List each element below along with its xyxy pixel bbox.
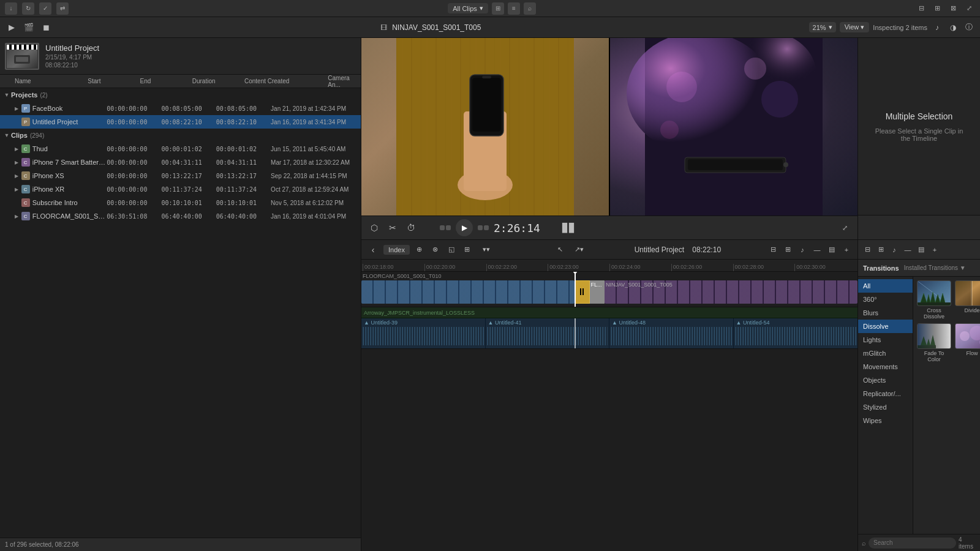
tl-r3[interactable]: ♪	[796, 244, 809, 256]
layout-icon-2[interactable]: ⊞	[931, 2, 943, 15]
cursor-icon[interactable]: ↖	[554, 244, 567, 256]
tl-r4[interactable]: —	[811, 244, 823, 256]
audio-meter-icon[interactable]: ▊▊	[562, 221, 576, 234]
category-lights[interactable]: Lights	[858, 333, 913, 347]
info-icon[interactable]: ⓘ	[963, 21, 975, 34]
list-item[interactable]: ▶ P FaceBook 00:00:00:00 00:08:05:00 00:…	[0, 102, 361, 115]
tl-r6[interactable]: +	[840, 244, 853, 256]
category-blurs[interactable]: Blurs	[858, 306, 913, 320]
video-clip[interactable]	[361, 280, 575, 304]
expand-icon[interactable]: ⤢	[963, 2, 975, 15]
category-mglitch[interactable]: mGlitch	[858, 347, 913, 360]
rp-icon-1[interactable]: ⊟	[862, 244, 873, 255]
svg-rect-27	[956, 281, 972, 306]
speaker-icon[interactable]: ♪	[931, 21, 943, 34]
file-start: 00:00:00:00	[107, 200, 161, 206]
tl-icon-4[interactable]: ⊞	[461, 244, 473, 256]
list-item[interactable]: ▶ C Thud 00:00:00:00 00:00:01:02 00:00:0…	[0, 142, 361, 156]
speed-icon[interactable]: ⏱	[404, 221, 418, 234]
project-info: Untitled Project 2/15/19, 4:17 PM 08:08:…	[45, 43, 99, 69]
projects-section-header[interactable]: ▼ Projects ( 2 )	[0, 88, 361, 102]
video-clip-grey[interactable]: FL...	[590, 280, 605, 304]
video-clip-3[interactable]: NINJAV_S001_S001_T005	[605, 280, 858, 304]
list-item[interactable]: ▶ C iPhone XR 00:00:00:00 00:11:37:24 00…	[0, 182, 361, 196]
refresh-icon[interactable]: ↻	[22, 2, 34, 15]
svg-point-16	[666, 72, 697, 102]
view-button[interactable]: View ▾	[840, 22, 870, 32]
layout-icon-3[interactable]: ⊠	[947, 2, 959, 15]
clip-icon: C	[21, 198, 30, 207]
transitions-search-input[interactable]	[869, 538, 956, 549]
fullscreen-button[interactable]: ⤢	[838, 221, 851, 234]
rp-icon-3[interactable]: ♪	[889, 244, 900, 255]
search-icon[interactable]: ⌕	[524, 2, 536, 15]
transitions-count: 4 items	[959, 536, 976, 550]
row-arrow: ▶	[15, 214, 21, 219]
clip-select-icon[interactable]: ⬡	[368, 221, 381, 234]
file-start: 00:00:00:00	[107, 159, 161, 166]
list-item[interactable]: ▶ C iPhone XS 00:00:00:00 00:13:22:17 00…	[0, 169, 361, 182]
top-bar-right: ⊟ ⊞ ⊠ ⤢	[915, 2, 975, 15]
category-movements[interactable]: Movements	[858, 360, 913, 373]
rp-icon-6[interactable]: +	[929, 244, 940, 255]
trim-icon[interactable]: ✂	[386, 221, 399, 234]
blade-icon[interactable]: ↗▾	[570, 244, 589, 256]
category-dissolve[interactable]: Dissolve	[858, 320, 913, 333]
file-name: Subscribe Intro	[32, 199, 107, 206]
file-name: FaceBook	[32, 105, 107, 112]
category-replicator[interactable]: Replicator/...	[858, 387, 913, 400]
top-bar-center: All Clips ▾ ⊞ ≡ ⌕	[69, 2, 915, 15]
category-stylized[interactable]: Stylized	[858, 400, 913, 414]
tl-icon-1[interactable]: ⊕	[413, 244, 426, 256]
installed-label[interactable]: Installed Transitions ▼	[904, 264, 966, 271]
transition-cross-dissolve[interactable]: Cross Dissolve	[917, 280, 951, 320]
layout-icon-1[interactable]: ⊟	[915, 2, 927, 15]
file-end: 00:10:10:01	[161, 200, 216, 206]
rp-icon-2[interactable]: ⊞	[875, 244, 886, 255]
tl-r5[interactable]: ▤	[826, 244, 838, 256]
tl-r2[interactable]: ⊞	[782, 244, 794, 256]
back-icon[interactable]: ‹	[366, 243, 380, 257]
transition-fade-to-color[interactable]: Fade To Color	[917, 323, 951, 362]
events-icon[interactable]: ◼	[39, 21, 53, 34]
tl-r1[interactable]: ⊟	[767, 244, 779, 256]
sync-icon[interactable]: ⇄	[56, 2, 69, 15]
transition-divide[interactable]: Divide	[955, 280, 980, 320]
grid-view-icon[interactable]: ⊞	[492, 2, 504, 15]
category-360[interactable]: 360°	[858, 293, 913, 306]
file-duration: 00:00:01:02	[216, 146, 271, 152]
col-content-header: Content Created	[244, 78, 328, 84]
transitions-search-bar: ⌕ 4 items	[858, 534, 980, 551]
list-item[interactable]: ▶ C FLOORCAM_S001_S00... 06:30:51:08 06:…	[0, 209, 361, 223]
index-tab[interactable]: Index	[383, 245, 410, 255]
list-view-icon[interactable]: ≡	[508, 2, 520, 15]
list-item[interactable]: ▶ C iPhone 7 Smart Battery... 00:00:00:0…	[0, 156, 361, 169]
library-icon[interactable]: 🎬	[22, 21, 36, 34]
col-start-header: Start	[88, 78, 140, 84]
category-all[interactable]: All	[858, 279, 913, 293]
clips-section-header[interactable]: ▼ Clips ( 294 )	[0, 129, 361, 142]
tl-icon-5[interactable]: ▾▾	[477, 244, 496, 256]
audio-label-track: Arroway_JMPSCR_instrumental_LOSSLESS	[361, 307, 858, 318]
transitions-body: All 360° Blurs Dissolve Lights mGlitch M…	[858, 277, 980, 534]
svg-point-17	[744, 58, 766, 80]
tl-icon-3[interactable]: ◱	[445, 244, 458, 256]
download-icon[interactable]: ↓	[5, 2, 17, 15]
video-clip-selected[interactable]: ⏸	[575, 280, 589, 304]
all-clips-dropdown[interactable]: All Clips ▾	[448, 3, 488, 13]
list-item[interactable]: C Subscribe Intro 00:00:00:00 00:10:10:0…	[0, 196, 361, 209]
project-file-icon: P	[21, 118, 30, 126]
rp-icon-5[interactable]: ▤	[916, 244, 927, 255]
category-wipes[interactable]: Wipes	[858, 414, 913, 427]
check-icon[interactable]: ✓	[39, 2, 51, 15]
transition-flow[interactable]: Flow	[955, 323, 980, 362]
play-button[interactable]: ▶	[456, 219, 473, 236]
zoom-control[interactable]: 21% ▾	[809, 22, 836, 32]
list-item[interactable]: P Untitled Project 00:00:00:00 00:08:22:…	[0, 115, 361, 129]
category-objects[interactable]: Objects	[858, 373, 913, 387]
color-icon[interactable]: ◑	[947, 21, 959, 34]
row-arrow: ▶	[15, 146, 21, 152]
tl-icon-2[interactable]: ⊗	[429, 244, 442, 256]
transitions-row: Fade To Color	[917, 323, 976, 362]
rp-icon-4[interactable]: —	[902, 244, 913, 255]
